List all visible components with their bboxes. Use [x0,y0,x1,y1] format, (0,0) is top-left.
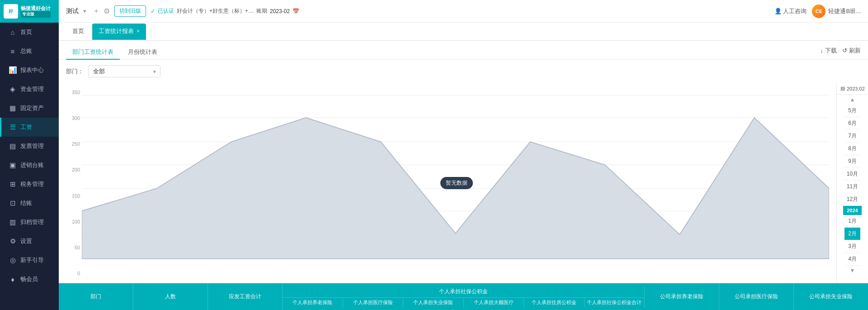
tab-salary-report[interactable]: 工资统计报表 × [92,24,146,40]
date-item-1[interactable]: 1月 [844,215,860,228]
date-nav-up[interactable]: ▲ [837,95,868,105]
sidebar-item-funds[interactable]: ◈ 资金管理 [0,80,59,99]
date-item-5[interactable]: 5月 [844,105,860,117]
switch-version-button[interactable]: 切到旧版 [114,5,146,17]
date-item-12[interactable]: 12月 [843,193,862,206]
th-personal-total: 个人承担社保公积金合计 [585,298,645,307]
sub-tabs-right: ↓ 下载 ↺ 刷新 [821,47,861,58]
y-label-0: 0 [77,271,82,276]
sidebar-item-archive[interactable]: ▥ 归档管理 [0,213,59,232]
sidebar-label-archive: 归档管理 [20,218,44,226]
sidebar-label-ledger: 总账 [20,47,32,55]
refresh-button[interactable]: ↺ 刷新 [842,47,861,55]
sidebar-label-funds: 资金管理 [20,85,44,93]
th-personal-medical: 个人承担医疗保险 [343,298,404,307]
tab-home[interactable]: 首页 [66,24,90,40]
sidebar-label-home: 首页 [20,28,32,36]
sidebar-item-settings[interactable]: ⚙ 设置 [0,232,59,251]
calendar-icon[interactable]: 📅 [292,8,299,14]
sidebar-label-assets: 固定资产 [20,104,44,112]
tab-bar: 首页 工资统计报表 × [59,23,868,41]
th-company-pension-label: 公司承担养老保险 [660,293,703,300]
sidebar-label-invoice: 发票管理 [20,142,44,150]
date-item-10[interactable]: 10月 [843,168,862,181]
th-total-salary: 应发工资合计 [208,283,283,310]
refresh-label: 刷新 [849,47,861,55]
th-company-medical: 公司承担医疗保险 [719,283,794,310]
topbar-dropdown-arrow[interactable]: ▾ [83,8,86,14]
th-group-title-personal: 个人承担社保公积金 [283,286,644,298]
archive-icon: ▥ [9,218,17,226]
sidebar-label-reports: 报表中心 [20,66,44,74]
sidebar-label-guide: 新手引导 [20,256,44,264]
th-total-salary-label: 应发工资合计 [229,293,261,300]
user-avatar: CE [812,5,826,18]
sidebar-label-sales: 进销台账 [20,161,44,169]
y-label-100: 100 [72,219,82,224]
payroll-icon: ☰ [9,123,17,131]
th-personal-housing: 个人承担住房公积金 [524,298,585,307]
sidebar-item-member[interactable]: ♦ 畅会员 [0,270,59,289]
download-icon: ↓ [821,47,824,54]
tab-home-label: 首页 [72,27,84,35]
th-group-personal: 个人承担社保公积金 个人承担养老保险 个人承担医疗保险 个人承担失业保险 个人承… [283,286,645,307]
settings-button[interactable]: ⚙ [104,7,110,15]
logo-icon: 好 [4,4,18,19]
user-info: CE 轻捷通B班... [812,5,861,18]
th-group-personal-cells: 个人承担养老保险 个人承担医疗保险 个人承担失业保险 个人承担大额医疗 个人承担… [283,298,644,307]
sidebar-item-sales[interactable]: ▣ 进销台账 [0,156,59,175]
date-item-4[interactable]: 4月 [844,253,860,266]
sidebar-item-guide[interactable]: ◎ 新手引导 [0,251,59,270]
status-tags: 好会计（专）+好生意（标）+… [177,7,254,15]
area-chart [82,87,829,278]
y-label-350: 350 [72,90,82,95]
th-company-medical-label: 公司承担医疗保险 [735,293,778,300]
th-headcount-label: 人数 [165,293,176,300]
add-button[interactable]: ＋ [93,6,100,16]
username-label: 轻捷通B班... [828,7,861,15]
th-personal-housing-label: 个人承担住房公积金 [532,299,576,306]
sidebar-item-tax[interactable]: ⊞ 税务管理 [0,175,59,194]
sidebar-item-invoice[interactable]: ▤ 发票管理 [0,137,59,156]
date-nav-down[interactable]: ▼ [837,266,868,276]
th-department-label: 部门 [90,293,101,300]
ledger-icon: ≡ [9,48,17,55]
sub-tab-department[interactable]: 部门工资统计表 [66,45,120,60]
sidebar-item-payroll[interactable]: ☰ 工资 [0,118,59,137]
funds-icon: ◈ [9,85,17,93]
th-company-pension: 公司承担养老保险 [645,283,719,310]
sub-tab-monthly-label: 月份统计表 [128,48,157,55]
sidebar-item-ledger[interactable]: ≡ 总账 [0,42,59,61]
department-select[interactable]: 全部 财务部 销售部 技术部 行政部 [88,65,160,77]
y-label-150: 150 [72,193,82,199]
sub-tab-monthly[interactable]: 月份统计表 [122,45,164,60]
tab-close-button[interactable]: × [137,28,140,34]
guide-icon: ◎ [9,256,17,264]
sidebar-label-settle: 结账 [20,199,32,207]
sidebar-item-reports[interactable]: 📊 报表中心 [0,61,59,80]
date-item-8[interactable]: 8月 [844,143,860,155]
th-company-unemploy-label: 公司承担失业保险 [809,293,853,300]
date-item-2[interactable]: 2月 [844,228,860,240]
sidebar-item-assets[interactable]: ▦ 固定资产 [0,99,59,118]
settle-icon: ⊡ [9,199,17,207]
date-nav: ▲ 5月 6月 7月 8月 9月 10月 11月 12月 2024 1月 2月 … [837,95,868,276]
table-header: 部门 人数 应发工资合计 个人承担社保公积金 个人承担养老保险 个人承担医疗保险 [59,283,868,310]
date-item-7[interactable]: 7月 [844,130,860,143]
filter-label: 部门： [66,67,84,76]
y-axis: 350 300 250 200 150 100 50 0 [66,87,82,278]
date-item-3[interactable]: 3月 [844,240,860,253]
area-path [82,118,829,259]
th-personal-total-label: 个人承担社保公积金合计 [587,299,642,306]
sidebar-item-settle[interactable]: ⊡ 结账 [0,194,59,213]
refresh-icon: ↺ [842,47,847,54]
sidebar-label-payroll: 工资 [20,123,32,131]
date-item-9[interactable]: 9月 [844,155,860,168]
date-item-6[interactable]: 6月 [844,117,860,130]
download-label: 下载 [825,47,837,55]
consult-link[interactable]: 👤 人工咨询 [774,7,807,15]
y-label-250: 250 [72,141,82,147]
sidebar-item-home[interactable]: ⌂ 首页 [0,23,59,42]
date-item-11[interactable]: 11月 [843,181,862,193]
download-button[interactable]: ↓ 下载 [821,47,837,55]
